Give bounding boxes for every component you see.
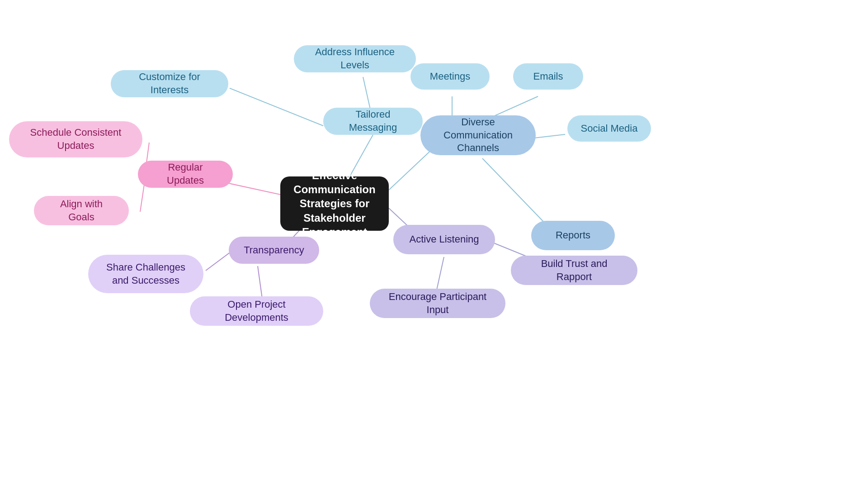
schedule-updates-label: Schedule Consistent Updates <box>22 126 130 152</box>
open-project-node: Open Project Developments <box>190 296 323 326</box>
tailored-messaging-node: Tailored Messaging <box>323 108 423 135</box>
meetings-node: Meetings <box>410 63 490 90</box>
svg-line-12 <box>534 134 565 138</box>
svg-line-13 <box>482 158 546 224</box>
align-goals-node: Align with Goals <box>34 196 129 225</box>
mindmap-container: Effective Communication Strategies for S… <box>0 0 868 490</box>
emails-node: Emails <box>513 63 583 90</box>
build-trust-label: Build Trust and Rapport <box>524 257 625 283</box>
reports-label: Reports <box>556 229 590 242</box>
customize-interests-node: Customize for Interests <box>111 70 228 97</box>
diverse-channels-node: Diverse Communication Channels <box>420 115 536 155</box>
active-listening-label: Active Listening <box>409 233 479 246</box>
reports-node: Reports <box>531 221 615 250</box>
encourage-input-node: Encourage Participant Input <box>370 289 505 318</box>
customize-interests-label: Customize for Interests <box>123 71 216 96</box>
active-listening-node: Active Listening <box>393 225 495 254</box>
social-media-node: Social Media <box>567 115 651 142</box>
address-influence-node: Address Influence Levels <box>294 45 416 72</box>
regular-updates-node: Regular Updates <box>138 161 233 188</box>
build-trust-node: Build Trust and Rapport <box>511 256 637 285</box>
transparency-label: Transparency <box>244 244 304 257</box>
svg-line-2 <box>230 88 323 126</box>
svg-line-8 <box>258 266 262 299</box>
share-challenges-label: Share Challenges and Successes <box>101 261 191 287</box>
emails-label: Emails <box>533 70 563 83</box>
encourage-input-label: Encourage Participant Input <box>382 290 493 316</box>
center-node: Effective Communication Strategies for S… <box>280 176 389 231</box>
address-influence-label: Address Influence Levels <box>307 46 403 71</box>
tailored-messaging-label: Tailored Messaging <box>336 108 410 134</box>
open-project-label: Open Project Developments <box>203 298 311 324</box>
regular-updates-label: Regular Updates <box>151 161 220 187</box>
schedule-updates-node: Schedule Consistent Updates <box>9 121 142 157</box>
svg-line-16 <box>436 257 444 292</box>
social-media-label: Social Media <box>581 122 638 135</box>
diverse-channels-label: Diverse Communication Channels <box>433 116 523 155</box>
transparency-node: Transparency <box>229 237 319 264</box>
center-label: Effective Communication Strategies for S… <box>293 168 376 239</box>
meetings-label: Meetings <box>430 70 470 83</box>
share-challenges-node: Share Challenges and Successes <box>88 255 203 293</box>
align-goals-label: Align with Goals <box>47 198 116 224</box>
